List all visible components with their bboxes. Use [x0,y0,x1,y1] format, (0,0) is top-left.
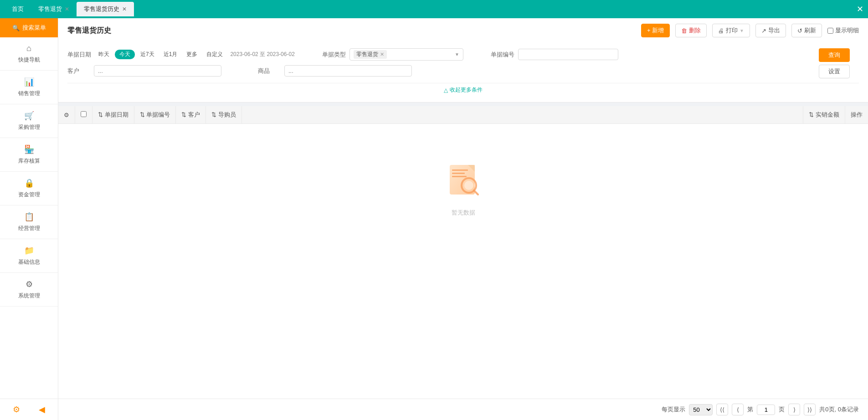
tab-retail-return-history-close[interactable]: ✕ [122,6,127,12]
collapse-btn[interactable]: △ 收起更多条件 [67,83,859,97]
operations-icon: 📋 [24,212,34,222]
page-number-input[interactable] [757,405,775,415]
next-page-btn[interactable]: ⟩ [788,404,800,415]
sidebar-item-base-info[interactable]: 📁 基础信息 [0,239,58,273]
doc-type-label: 单据类型 [322,51,346,59]
sidebar-item-inventory[interactable]: 🏪 库存核算 [0,138,58,172]
date-btn-more[interactable]: 更多 [183,50,201,59]
page-header: 零售退货历史 + 新增 🗑 删除 🖨 打印 ▼ ↗ 导出 [58,18,868,102]
goods-label: 商品 [258,67,281,75]
doc-type-chevron-icon: ▼ [455,52,459,57]
sales-icon: 📊 [24,77,34,87]
gear-icon: ⚙ [64,112,69,118]
new-btn[interactable]: + 新增 [641,24,670,37]
sidebar-item-base-info-label: 基础信息 [18,258,40,266]
date-btn-7days[interactable]: 近7天 [137,50,158,59]
th-action: 操作 [845,106,868,124]
sidebar-item-sales-mgmt[interactable]: 📊 销售管理 [0,71,58,104]
filter-doc-no: 单据编号 [491,49,618,60]
sidebar-item-quick-nav-label: 快捷导航 [18,56,40,64]
tab-retail-return-history[interactable]: 零售退货历史 ✕ [77,2,134,16]
filter-date: 单据日期 昨天 今天 近7天 近1月 更多 自定义 2023-06-02 至 2… [67,50,295,59]
sidebar-item-operations[interactable]: 📋 经营管理 [0,205,58,239]
date-btn-today[interactable]: 今天 [115,50,135,59]
svg-rect-3 [452,176,467,177]
collapse-sidebar-icon[interactable]: ◀ [39,405,45,415]
table-header-row: ⚙ ⇅ 单据日期 ⇅ 单据编号 [58,106,868,124]
select-all-checkbox[interactable] [81,111,87,117]
prev-page-btn[interactable]: ⟨ [732,404,744,415]
sidebar: 🔍 搜索菜单 ⌂ 快捷导航 📊 销售管理 🛒 采购管理 🏪 库存核算 🔒 资金管… [0,18,58,420]
filter-row-2: 客户 商品 [67,65,810,77]
sidebar-bottom: ⚙ ◀ [0,399,58,420]
show-detail-input[interactable] [827,28,833,34]
sidebar-item-system-mgmt[interactable]: ⚙ 系统管理 [0,273,58,307]
last-page-btn[interactable]: ⟩⟩ [804,404,816,415]
doc-type-select[interactable]: 零售退货 ✕ ▼ [349,48,463,61]
export-btn[interactable]: ↗ 导出 [755,24,786,37]
svg-point-5 [464,181,473,190]
delete-icon: 🗑 [681,27,687,34]
filter-area: 单据日期 昨天 今天 近7天 近1月 更多 自定义 2023-06-02 至 2… [67,43,859,102]
th-check[interactable] [75,106,92,124]
th-customer[interactable]: ⇅ 客户 [176,106,206,124]
page-title: 零售退货历史 [67,26,111,36]
th-spacer [241,106,803,124]
customer-input[interactable] [94,65,221,77]
print-btn[interactable]: 🖨 打印 ▼ [712,24,750,37]
data-table: ⚙ ⇅ 单据日期 ⇅ 单据编号 [58,106,868,124]
window-close-btn[interactable]: ✕ [857,4,863,14]
top-tab-bar: 首页 零售退货 ✕ 零售退货历史 ✕ ✕ [0,0,868,18]
page-title-row: 零售退货历史 + 新增 🗑 删除 🖨 打印 ▼ ↗ 导出 [67,24,859,37]
sidebar-item-operations-label: 经营管理 [18,225,40,232]
print-icon: 🖨 [718,27,724,34]
date-btn-1month[interactable]: 近1月 [160,50,181,59]
doc-type-tag: 零售退货 ✕ [354,50,387,59]
th-guide[interactable]: ⇅ 导购员 [205,106,241,124]
sidebar-item-purchase-label: 采购管理 [18,123,40,131]
sidebar-item-purchase-mgmt[interactable]: 🛒 采购管理 [0,104,58,138]
filter-doc-type: 单据类型 零售退货 ✕ ▼ [322,48,463,61]
query-btn[interactable]: 查询 [819,48,850,62]
th-doc-date[interactable]: ⇅ 单据日期 [92,106,134,124]
tab-home[interactable]: 首页 [5,2,31,16]
refresh-btn[interactable]: ↺ 刷新 [791,24,822,37]
sidebar-item-quick-nav[interactable]: ⌂ 快捷导航 [0,37,58,71]
pagination-bar: 每页显示 50 10 20 100 ⟨⟨ ⟨ 第 页 ⟩ ⟩⟩ 共0页, 0条记… [58,399,868,420]
filter-customer: 客户 [67,65,221,77]
tab-retail-return[interactable]: 零售退货 ✕ [31,2,77,16]
sidebar-item-system-label: 系统管理 [18,292,40,300]
system-icon: ⚙ [26,279,33,289]
th-amount[interactable]: ⇅ 实销金额 [803,106,845,124]
date-label: 单据日期 [67,51,91,59]
th-doc-no[interactable]: ⇅ 单据编号 [134,106,176,124]
inventory-icon: 🏪 [24,144,34,154]
sidebar-item-sales-label: 销售管理 [18,90,40,97]
content-area: 零售退货历史 + 新增 🗑 删除 🖨 打印 ▼ ↗ 导出 [58,18,868,420]
settings-btn[interactable]: 设置 [819,65,850,78]
first-page-btn[interactable]: ⟨⟨ [716,404,728,415]
customer-label: 客户 [67,67,90,75]
delete-btn[interactable]: 🗑 删除 [675,24,707,37]
goods-input[interactable] [284,65,412,77]
print-chevron-icon: ▼ [740,28,744,33]
tab-retail-return-close[interactable]: ✕ [65,6,69,12]
doc-type-tag-remove[interactable]: ✕ [380,51,384,57]
empty-text: 暂无数据 [452,209,475,217]
collapse-icon: △ [444,87,448,93]
sidebar-item-finance[interactable]: 🔒 资金管理 [0,172,58,205]
per-page-label: 每页显示 [662,405,685,414]
sidebar-search[interactable]: 🔍 搜索菜单 [0,18,58,37]
date-btn-custom[interactable]: 自定义 [203,50,226,59]
main-layout: 🔍 搜索菜单 ⌂ 快捷导航 📊 销售管理 🛒 采购管理 🏪 库存核算 🔒 资金管… [0,18,868,420]
date-range-text: 2023-06-02 至 2023-06-02 [230,51,294,58]
show-detail-checkbox[interactable]: 显示明细 [827,26,859,35]
tab-home-label: 首页 [12,5,24,13]
doc-no-label: 单据编号 [491,51,514,59]
th-gear[interactable]: ⚙ [58,106,75,124]
table-area: ⚙ ⇅ 单据日期 ⇅ 单据编号 [58,106,868,399]
settings-icon[interactable]: ⚙ [13,405,20,415]
doc-no-input[interactable] [518,49,618,60]
date-btn-yesterday[interactable]: 昨天 [95,50,113,59]
per-page-select[interactable]: 50 10 20 100 [689,404,713,415]
